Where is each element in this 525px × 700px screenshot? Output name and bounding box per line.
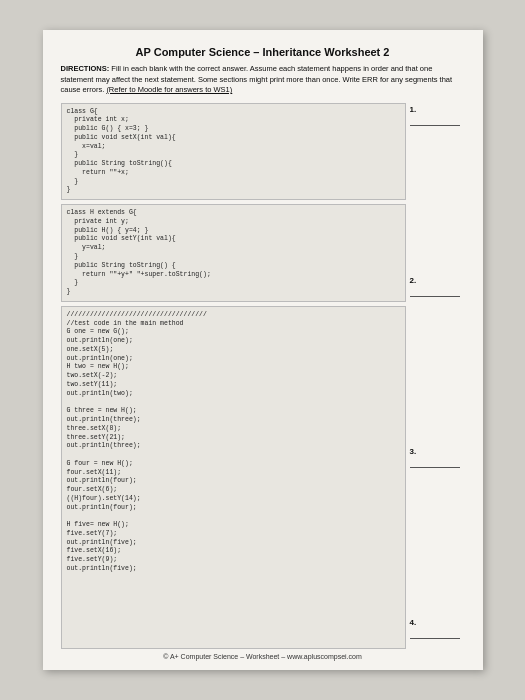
content-area: class G{ private int x; public G() { x=3…	[61, 103, 465, 650]
answer-label-4: 4.	[410, 618, 417, 627]
answer-box-2: 2.	[410, 276, 465, 297]
answer-label-2: 2.	[410, 276, 417, 285]
answer-column: 1. 2. 3. 4.	[410, 103, 465, 650]
answer-box-4: 4.	[410, 618, 465, 639]
worksheet-page: AP Computer Science – Inheritance Worksh…	[43, 30, 483, 670]
moodle-reference: (Refer to Moodle for answers to WS1)	[106, 85, 232, 94]
answer-line-3	[410, 458, 460, 468]
class-g-code: class G{ private int x; public G() { x=3…	[61, 103, 406, 201]
footer-text: © A+ Computer Science – Worksheet – www.…	[61, 653, 465, 660]
answer-line-1	[410, 116, 460, 126]
test-code: //////////////////////////////////// //t…	[61, 306, 406, 649]
directions-text: DIRECTIONS: Fill in each blank with the …	[61, 64, 465, 96]
answer-line-4	[410, 629, 460, 639]
class-h-code: class H extends G{ private int y; public…	[61, 204, 406, 302]
answer-label-3: 3.	[410, 447, 417, 456]
directions-label: DIRECTIONS:	[61, 64, 110, 73]
code-section: class G{ private int x; public G() { x=3…	[61, 103, 406, 650]
answer-box-3: 3.	[410, 447, 465, 468]
answer-box-1: 1.	[410, 105, 465, 126]
answer-label-1: 1.	[410, 105, 417, 114]
answer-line-2	[410, 287, 460, 297]
page-title: AP Computer Science – Inheritance Worksh…	[61, 46, 465, 58]
